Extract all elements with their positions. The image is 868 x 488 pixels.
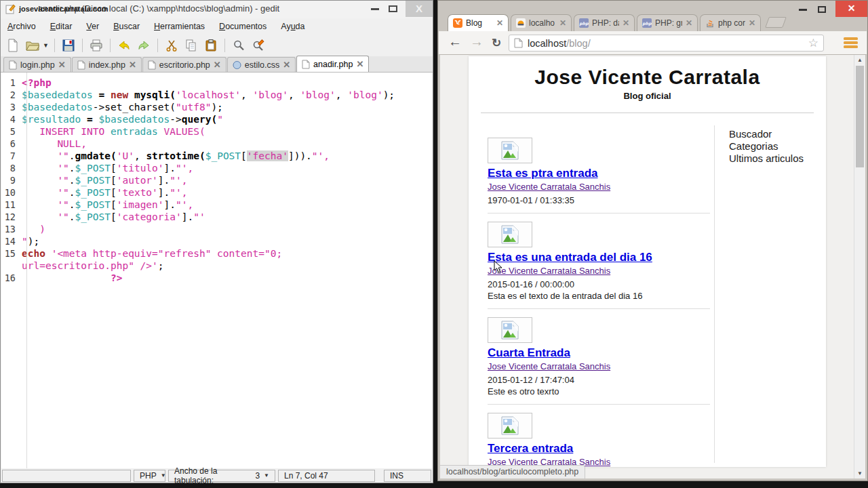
entry-author-link[interactable]: Jose Vicente Carratala Sanchis <box>488 361 610 371</box>
gedit-titlebar[interactable]: josevicentecarratala.com anadir.php (Dis… <box>1 1 433 18</box>
print-button[interactable] <box>88 37 104 54</box>
browser-tab-label: PHP: gr <box>655 18 682 28</box>
chrome-menu-icon[interactable] <box>844 37 858 48</box>
entry-title-link[interactable]: Esta es una entrada del dia 16 <box>488 251 652 264</box>
scroll-up-arrow[interactable]: ▲ <box>854 57 865 63</box>
blog-sidebar: BuscadorCategoriasUltimos articulos <box>729 128 804 165</box>
new-document-button[interactable] <box>5 37 21 54</box>
tab-close-icon[interactable]: ✕ <box>58 62 66 68</box>
sidebar-item-buscador: Buscador <box>729 128 804 140</box>
statusbar-message-area <box>2 470 131 482</box>
browser-tab-blog[interactable]: Blog✕ <box>448 14 509 31</box>
code-line: 10 '".$_POST['texto']."', <box>1 186 432 199</box>
tab-close-icon[interactable]: ✕ <box>129 62 136 68</box>
line-number: 15 <box>1 247 22 260</box>
entry-thumbnail[interactable] <box>488 413 532 439</box>
blog-subtitle: Blog oficial <box>469 91 826 101</box>
menu-herramientas[interactable]: Herramientas <box>154 22 205 31</box>
entry-author-link[interactable]: Jose Vicente Carratala Sanchis <box>488 182 610 192</box>
tab-close-icon[interactable]: ✕ <box>283 62 290 68</box>
chrome-toolbar: ← → ↻ localhost/blog/ ☆ <box>439 31 867 55</box>
tab-width-selector[interactable]: Ancho de la tabulación: 3▼ <box>168 470 275 482</box>
line-number: 9 <box>1 174 22 186</box>
css-file-icon <box>233 60 241 70</box>
gedit-maximize-button[interactable] <box>389 5 397 12</box>
tab-close-icon[interactable]: ✕ <box>496 18 503 28</box>
menu-editar[interactable]: Editar <box>50 22 73 31</box>
tab-close-icon[interactable]: ✕ <box>356 61 363 68</box>
code-line: 4$resultado = $basededatos->query(" <box>1 113 432 125</box>
gedit-minimize-button[interactable] <box>371 8 379 10</box>
php-icon: php <box>642 18 652 28</box>
editor-tab-escritorio.php[interactable]: escritorio.php✕ <box>142 57 226 72</box>
tab-close-icon[interactable]: ✕ <box>559 18 566 28</box>
back-button[interactable]: ← <box>448 34 462 49</box>
cut-button[interactable] <box>163 37 180 54</box>
browser-tab-php-gr[interactable]: phpPHP: gr✕ <box>637 14 698 31</box>
code-editor[interactable]: 1<?php2$basededatos = new mysqli('localh… <box>1 73 432 468</box>
editor-tab-login.php[interactable]: login.php✕ <box>3 57 71 72</box>
find-button[interactable] <box>231 37 247 54</box>
line-number: 1 <box>1 77 22 89</box>
open-document-button[interactable] <box>24 37 41 54</box>
watermark-text: josevicentecarratala.com <box>19 5 108 13</box>
browser-tab-php-cor[interactable]: php cor✕ <box>700 14 761 31</box>
tab-close-icon[interactable]: ✕ <box>749 18 755 28</box>
line-number: 13 <box>1 223 22 235</box>
find-replace-button[interactable] <box>250 37 267 54</box>
tab-close-icon[interactable]: ✕ <box>623 18 629 28</box>
save-button[interactable] <box>60 37 77 54</box>
scroll-down-arrow[interactable]: ▼ <box>854 470 865 476</box>
browser-tab-php-da[interactable]: phpPHP: da✕ <box>574 14 635 31</box>
sidebar-item-ultimos-articulos: Ultimos articulos <box>729 152 804 165</box>
copy-button[interactable] <box>183 37 199 54</box>
line-number: 11 <box>1 199 22 211</box>
bookmark-star-icon[interactable]: ☆ <box>808 36 818 50</box>
chrome-maximize-button[interactable] <box>818 6 826 13</box>
menu-archivo[interactable]: Archivo <box>7 22 36 31</box>
entry-divider <box>488 213 710 214</box>
code-text: "); <box>22 235 39 247</box>
paste-button[interactable] <box>203 37 219 54</box>
line-number: 8 <box>1 162 22 174</box>
undo-button[interactable] <box>116 37 132 54</box>
vertical-scrollbar[interactable]: ▲ ▼ <box>854 55 865 479</box>
entry-title-link[interactable]: Esta es ptra entrada <box>488 167 598 180</box>
open-dropdown-arrow[interactable]: ▼ <box>43 42 49 49</box>
redo-button[interactable] <box>136 37 152 54</box>
entry-thumbnail[interactable] <box>488 138 532 163</box>
reload-button[interactable]: ↻ <box>492 36 501 50</box>
entry-author-link[interactable]: Jose Vicente Carratala Sanchis <box>488 266 610 276</box>
entry-thumbnail[interactable] <box>488 222 532 247</box>
url-host: localhost <box>528 38 566 49</box>
gedit-close-button[interactable]: X <box>406 1 433 17</box>
code-text: ) <box>22 223 45 235</box>
scrollbar-thumb[interactable] <box>856 66 864 167</box>
entry-title-link[interactable]: Cuarta Entrada <box>488 346 570 360</box>
code-text: url=escritorio.php" />'; <box>22 260 164 272</box>
gedit-window: josevicentecarratala.com anadir.php (Dis… <box>0 0 433 483</box>
browser-tab-localho[interactable]: localho✕ <box>511 14 572 31</box>
line-number: 6 <box>1 138 22 150</box>
tab-close-icon[interactable]: ✕ <box>686 18 692 28</box>
menu-buscar[interactable]: Buscar <box>113 22 140 31</box>
gedit-tabbar: login.php✕index.php✕escritorio.php✕estil… <box>1 56 433 73</box>
language-selector[interactable]: PHP▼ <box>134 470 165 482</box>
forward-button[interactable]: → <box>470 34 484 49</box>
menu-ver[interactable]: Ver <box>86 22 99 31</box>
entry-title-link[interactable]: Tercera entrada <box>488 442 573 455</box>
address-bar[interactable]: localhost/blog/ ☆ <box>509 35 824 52</box>
menu-ayuda[interactable]: Ayuda <box>281 22 304 31</box>
editor-tab-index.php[interactable]: index.php✕ <box>72 57 142 72</box>
editor-tab-estilo.css[interactable]: estilo.css✕ <box>227 57 296 72</box>
menu-documentos[interactable]: Documentos <box>219 22 267 31</box>
chrome-close-button[interactable]: ✕ <box>835 1 867 17</box>
line-number: 5 <box>1 125 22 138</box>
entry-thumbnail[interactable] <box>488 317 532 343</box>
tab-close-icon[interactable]: ✕ <box>214 62 221 68</box>
new-tab-button[interactable] <box>765 17 787 28</box>
chrome-minimize-button[interactable] <box>799 9 807 11</box>
svg-text:php: php <box>642 21 652 26</box>
cursor-position-indicator: Ln 7, Col 47 <box>278 470 375 482</box>
editor-tab-anadir.php[interactable]: anadir.php✕ <box>296 56 369 72</box>
